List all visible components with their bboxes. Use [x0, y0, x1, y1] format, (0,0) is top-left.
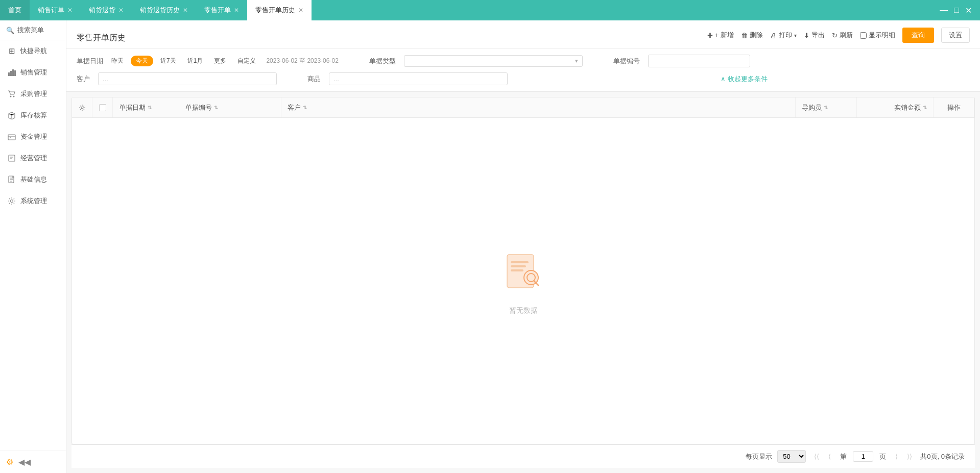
- svg-point-10: [11, 200, 13, 203]
- date-btn-yesterday[interactable]: 昨天: [107, 56, 128, 66]
- refresh-icon: ↻: [832, 32, 838, 39]
- goods-label: 商品: [307, 74, 321, 84]
- first-page-btn[interactable]: ⟨⟨: [811, 452, 822, 461]
- per-page-label: 每页显示: [746, 452, 772, 461]
- tab-retail-history-close[interactable]: ✕: [298, 7, 303, 14]
- sidebar-item-basic-info[interactable]: 基础信息: [0, 169, 66, 190]
- guide-sort-icon: ⇅: [824, 105, 828, 110]
- per-page-select[interactable]: 50 10 20 100: [777, 450, 806, 463]
- col-amount[interactable]: 实销金额 ⇅: [857, 97, 934, 117]
- tab-retail-open[interactable]: 零售开单 ✕: [196, 0, 247, 20]
- last-page-btn[interactable]: ⟩⟩: [904, 452, 915, 461]
- sidebar-item-inventory[interactable]: 库存核算: [0, 105, 66, 126]
- tab-bar: 首页 销售订单 ✕ 销货退货 ✕ 销货退货历史 ✕ 零售开单 ✕ 零售开单历史 …: [0, 0, 980, 20]
- no-sort-icon: ⇅: [214, 105, 218, 110]
- export-icon: ⬇: [804, 32, 809, 39]
- print-btn[interactable]: 🖨 打印 ▾: [770, 31, 797, 40]
- goods-select[interactable]: ...: [329, 72, 508, 85]
- display-checkbox[interactable]: [860, 32, 867, 39]
- sys-mgmt-icon: [7, 196, 16, 206]
- collapse-filters-btn[interactable]: ∧ 收起更多条件: [721, 74, 768, 84]
- customer-select[interactable]: ...: [98, 72, 277, 85]
- tab-sales-return-close[interactable]: ✕: [118, 7, 124, 14]
- svg-rect-0: [8, 72, 10, 76]
- table-container: 单据日期 ⇅ 单据编号 ⇅ 客户 ⇅ 导购员 ⇅ 实销金额 ⇅: [71, 97, 975, 444]
- display-btn[interactable]: 显示明细: [860, 31, 895, 40]
- sidebar: 🔍 搜索菜单 ⊞ 快捷导航 销售管理 采购管理: [0, 20, 66, 473]
- close-btn[interactable]: ✕: [965, 6, 972, 15]
- svg-rect-13: [511, 261, 529, 263]
- amount-sort-icon: ⇅: [923, 105, 927, 110]
- svg-point-7: [10, 137, 11, 138]
- date-btn-7days[interactable]: 近7天: [156, 56, 180, 66]
- svg-rect-8: [9, 155, 15, 161]
- toolbar: ✚ + 新增 🗑 删除 🖨 打印 ▾ ⬇ 导出 ↻: [707, 28, 970, 48]
- tab-sales-return-history[interactable]: 销货退货历史 ✕: [132, 0, 196, 20]
- query-button[interactable]: 查询: [902, 28, 934, 43]
- svg-rect-2: [12, 69, 14, 76]
- purchase-mgmt-icon: [7, 89, 16, 98]
- sidebar-item-quick-nav[interactable]: ⊞ 快捷导航: [0, 40, 66, 62]
- customer-label: 客户: [77, 74, 90, 84]
- tab-sales-order[interactable]: 销售订单 ✕: [30, 0, 81, 20]
- sidebar-collapse-icon[interactable]: ◀◀: [18, 457, 31, 467]
- svg-rect-1: [10, 71, 12, 76]
- ops-icon: [7, 154, 16, 163]
- col-check[interactable]: [92, 97, 113, 117]
- select-all-checkbox[interactable]: [99, 104, 106, 111]
- svg-point-11: [81, 107, 83, 109]
- col-no[interactable]: 单据编号 ⇅: [179, 97, 281, 117]
- collapse-icon: ∧: [721, 75, 726, 83]
- date-filters: 昨天 今天 近7天 近1月 更多 自定义: [107, 56, 260, 66]
- svg-rect-6: [8, 135, 15, 140]
- tab-retail-history[interactable]: 零售开单历史 ✕: [247, 0, 312, 20]
- current-page-label: 第: [837, 451, 850, 462]
- page-number-input[interactable]: [853, 451, 873, 462]
- type-select[interactable]: ▾: [404, 55, 583, 67]
- pagination: 每页显示 50 10 20 100 ⟨⟨ ⟨ 第 页 ⟩ ⟩⟩ 共0页, 0条记…: [71, 444, 975, 468]
- col-gear[interactable]: [72, 97, 92, 117]
- col-customer[interactable]: 客户 ⇅: [281, 97, 796, 117]
- maximize-btn[interactable]: □: [954, 6, 959, 15]
- sidebar-item-sales-mgmt[interactable]: 销售管理: [0, 62, 66, 83]
- sidebar-item-purchase-mgmt[interactable]: 采购管理: [0, 83, 66, 105]
- page-nav: ⟨⟨ ⟨ 第 页 ⟩ ⟩⟩: [811, 451, 915, 462]
- next-page-btn[interactable]: ⟩: [892, 452, 901, 461]
- finance-icon: [7, 132, 16, 141]
- sidebar-item-ops[interactable]: 经营管理: [0, 147, 66, 169]
- add-icon: ✚: [707, 32, 713, 39]
- table-header: 单据日期 ⇅ 单据编号 ⇅ 客户 ⇅ 导购员 ⇅ 实销金额 ⇅: [72, 97, 974, 118]
- sidebar-settings-icon[interactable]: ⚙: [6, 457, 13, 467]
- tab-sales-order-close[interactable]: ✕: [67, 7, 73, 14]
- table-body: 暂无数据: [72, 118, 974, 444]
- no-input[interactable]: [648, 55, 750, 67]
- filter-customer: 客户 ...: [77, 72, 277, 85]
- minimize-btn[interactable]: —: [940, 6, 948, 15]
- tab-sales-return[interactable]: 销货退货 ✕: [81, 0, 132, 20]
- date-btn-custom[interactable]: 自定义: [233, 56, 260, 66]
- export-btn[interactable]: ⬇ 导出: [804, 31, 825, 40]
- date-btn-1month[interactable]: 近1月: [183, 56, 207, 66]
- svg-rect-15: [511, 269, 523, 271]
- refresh-btn[interactable]: ↻ 刷新: [832, 31, 853, 40]
- col-date[interactable]: 单据日期 ⇅: [113, 97, 179, 117]
- tab-home[interactable]: 首页: [0, 0, 30, 20]
- add-btn[interactable]: ✚ + 新增: [707, 31, 734, 40]
- type-label: 单据类型: [369, 57, 396, 66]
- tab-sales-return-history-close[interactable]: ✕: [183, 7, 188, 14]
- page-title: 零售开单历史: [77, 33, 126, 43]
- empty-state: 暂无数据: [498, 247, 549, 315]
- sidebar-item-finance[interactable]: 资金管理: [0, 126, 66, 147]
- tab-retail-open-close[interactable]: ✕: [234, 7, 239, 14]
- sidebar-search[interactable]: 🔍 搜索菜单: [0, 20, 66, 40]
- settings-button[interactable]: 设置: [941, 28, 970, 43]
- col-guide[interactable]: 导购员 ⇅: [796, 97, 857, 117]
- delete-btn[interactable]: 🗑 删除: [741, 31, 763, 40]
- customer-sort-icon: ⇅: [303, 105, 307, 110]
- svg-rect-14: [511, 265, 526, 267]
- prev-page-btn[interactable]: ⟨: [825, 452, 834, 461]
- date-btn-today[interactable]: 今天: [131, 56, 153, 66]
- page-suffix: 页: [876, 451, 889, 462]
- date-btn-more[interactable]: 更多: [210, 56, 230, 66]
- sidebar-item-sys-mgmt[interactable]: 系统管理: [0, 190, 66, 212]
